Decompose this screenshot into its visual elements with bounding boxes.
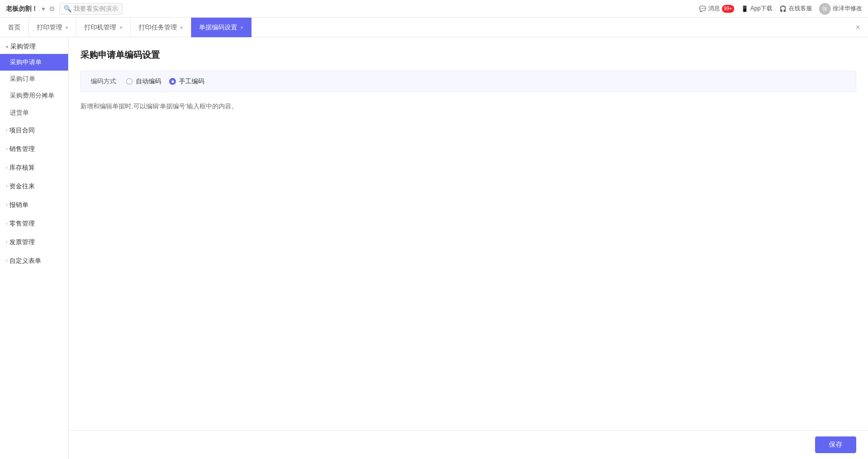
sidebar-item-purchase-order[interactable]: 采购订单 <box>0 71 68 87</box>
tab-code-settings[interactable]: 单据编码设置 × <box>191 18 251 37</box>
logo: 老板勿割！ <box>6 4 38 13</box>
tab-code-settings-label: 单据编码设置 <box>199 23 237 32</box>
app-download-label: App下载 <box>750 4 772 13</box>
search-text: 我要看实例演示 <box>74 4 118 13</box>
sidebar-group-finance-label: 资金往来 <box>9 182 35 191</box>
sidebar-group-project[interactable]: › 项目合同 <box>0 121 68 140</box>
sidebar-group-inventory-label: 库存核算 <box>9 163 35 172</box>
tab-bar: 首页 打印管理 × 打印机管理 × 打印任务管理 × 单据编码设置 × × <box>0 18 868 37</box>
manual-encoding-label: 手工编码 <box>179 77 204 86</box>
chevron-right-icon: › <box>6 128 7 133</box>
tab-print-task-label: 打印任务管理 <box>139 23 177 32</box>
tab-bar-close-button[interactable]: × <box>848 23 868 32</box>
save-button[interactable]: 保存 <box>815 436 856 453</box>
search-icon: 🔍 <box>64 5 72 12</box>
chevron-right-icon: › <box>6 221 7 226</box>
sidebar-group-expense-report[interactable]: › 报销单 <box>0 196 68 214</box>
top-bar-left: 老板勿割！ ▾ ⚙ 🔍 我要看实例演示 <box>6 3 123 15</box>
sidebar-item-receipt[interactable]: 进货单 <box>0 104 68 121</box>
sidebar-group-sales-label: 销售管理 <box>9 145 35 153</box>
tab-print-management-label: 打印管理 <box>37 23 62 32</box>
sidebar-item-purchase-expense[interactable]: 采购费用分摊单 <box>0 87 68 104</box>
manual-encoding-radio[interactable] <box>169 78 176 85</box>
message-badge: 99+ <box>722 5 734 13</box>
auto-encoding-label: 自动编码 <box>136 77 161 86</box>
sidebar-group-purchase[interactable]: ▾ 采购管理 <box>0 37 68 54</box>
sidebar-item-purchase-order-label: 采购订单 <box>10 75 35 82</box>
message-label: 消息 <box>708 4 720 13</box>
dropdown-icon[interactable]: ▾ <box>42 5 45 13</box>
chevron-right-icon: › <box>6 239 7 245</box>
tab-print-management[interactable]: 打印管理 × <box>29 18 76 37</box>
sidebar-group-project-label: 项目合同 <box>9 126 35 135</box>
auto-encoding-radio[interactable] <box>126 78 133 85</box>
main-layout: ▾ 采购管理 采购申请单 采购订单 采购费用分摊单 进货单 › 项目合同 › 销… <box>0 37 868 459</box>
sidebar-group-custom-form[interactable]: › 自定义表单 <box>0 252 68 270</box>
sidebar-item-receipt-label: 进货单 <box>10 109 29 116</box>
encoding-row: 编码方式 自动编码 手工编码 <box>80 71 856 92</box>
tab-home[interactable]: 首页 <box>0 18 29 37</box>
chevron-right-icon: › <box>6 183 7 189</box>
chevron-right-icon: › <box>6 165 7 170</box>
chevron-down-icon: ▾ <box>6 44 8 50</box>
search-bar[interactable]: 🔍 我要看实例演示 <box>59 3 123 15</box>
sidebar-group-retail[interactable]: › 零售管理 <box>0 214 68 233</box>
app-icon: 📱 <box>741 5 748 12</box>
service-icon: 🎧 <box>779 5 787 12</box>
sidebar-group-invoice-label: 发票管理 <box>9 238 35 247</box>
content-inner: 采购申请单编码设置 编码方式 自动编码 手工编码 新增和编辑单据时,可以编辑'单… <box>69 37 868 430</box>
sidebar-group-retail-label: 零售管理 <box>9 219 35 228</box>
tab-print-task[interactable]: 打印任务管理 × <box>131 18 191 37</box>
chevron-right-icon: › <box>6 258 7 263</box>
sidebar-group-invoice[interactable]: › 发票管理 <box>0 233 68 252</box>
chevron-right-icon: › <box>6 202 7 207</box>
username: 徐泽华修改 <box>833 4 862 13</box>
top-bar: 老板勿割！ ▾ ⚙ 🔍 我要看实例演示 💬 消息 99+ 📱 App下载 🎧 在… <box>0 0 868 18</box>
sidebar-group-purchase-label: 采购管理 <box>10 42 36 51</box>
sidebar-group-custom-form-label: 自定义表单 <box>9 256 41 265</box>
tab-close-icon[interactable]: × <box>240 25 243 30</box>
sidebar-group-sales[interactable]: › 销售管理 <box>0 140 68 158</box>
message-icon: 💬 <box>699 5 706 12</box>
page-title: 采购申请单编码设置 <box>80 49 856 61</box>
sidebar-group-inventory[interactable]: › 库存核算 <box>0 158 68 177</box>
chevron-right-icon: › <box>6 146 7 152</box>
footer: 保存 <box>69 430 868 459</box>
content-area: 采购申请单编码设置 编码方式 自动编码 手工编码 新增和编辑单据时,可以编辑'单… <box>69 37 868 459</box>
info-text: 新增和编辑单据时,可以编辑'单据编号'输入框中的内容。 <box>80 102 856 111</box>
settings-icon[interactable]: ⚙ <box>49 5 55 13</box>
avatar: 徐 <box>819 3 831 15</box>
tab-home-label: 首页 <box>8 23 21 32</box>
tab-close-icon[interactable]: × <box>119 25 122 30</box>
user-menu[interactable]: 徐 徐泽华修改 <box>819 3 862 15</box>
online-service-button[interactable]: 🎧 在线客服 <box>779 4 812 13</box>
tab-close-icon[interactable]: × <box>180 25 183 30</box>
sidebar-item-purchase-request-label: 采购申请单 <box>10 58 42 66</box>
encoding-label: 编码方式 <box>91 77 116 86</box>
tab-printer-management[interactable]: 打印机管理 × <box>76 18 130 37</box>
sidebar-group-finance[interactable]: › 资金往来 <box>0 177 68 196</box>
tab-close-icon[interactable]: × <box>65 25 68 30</box>
sidebar-item-purchase-expense-label: 采购费用分摊单 <box>10 92 54 99</box>
sidebar: ▾ 采购管理 采购申请单 采购订单 采购费用分摊单 进货单 › 项目合同 › 销… <box>0 37 69 459</box>
manual-encoding-option[interactable]: 手工编码 <box>169 77 204 86</box>
sidebar-group-expense-report-label: 报销单 <box>9 201 28 209</box>
tab-printer-management-label: 打印机管理 <box>84 23 116 32</box>
online-service-label: 在线客服 <box>789 4 812 13</box>
app-download-button[interactable]: 📱 App下载 <box>741 4 772 13</box>
message-button[interactable]: 💬 消息 99+ <box>699 4 734 13</box>
radio-group: 自动编码 手工编码 <box>126 77 204 86</box>
sidebar-item-purchase-request[interactable]: 采购申请单 <box>0 54 68 71</box>
auto-encoding-option[interactable]: 自动编码 <box>126 77 161 86</box>
top-bar-right: 💬 消息 99+ 📱 App下载 🎧 在线客服 徐 徐泽华修改 <box>699 3 862 15</box>
